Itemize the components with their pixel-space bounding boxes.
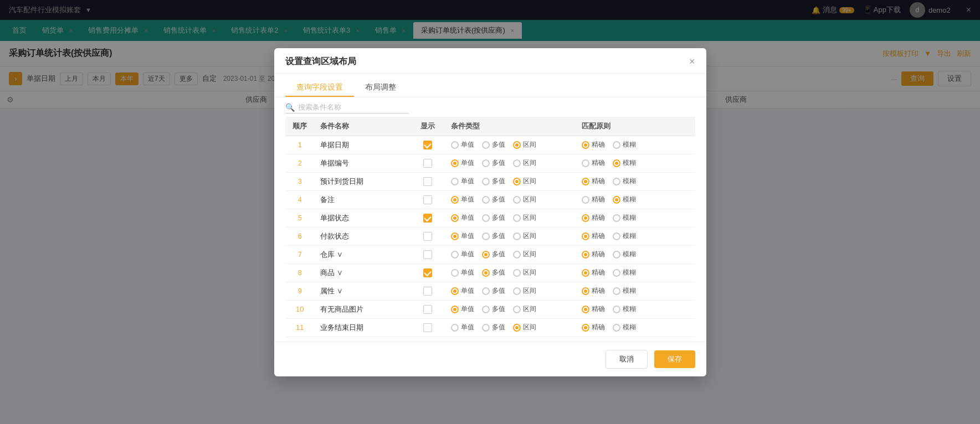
modal-overlay: 设置查询区域布局 × 查询字段设置 布局调整 🔍 顺序	[0, 0, 980, 108]
dialog-header: 设置查询区域布局 ×	[274, 48, 706, 74]
dialog-close-button[interactable]: ×	[689, 56, 695, 66]
dialog-tab-query-fields-label: 查询字段设置	[296, 82, 343, 91]
dialog-tab-query-fields[interactable]: 查询字段设置	[285, 79, 354, 97]
dialog-tab-layout-adjust[interactable]: 布局调整	[354, 79, 407, 97]
dialog-tabs: 查询字段设置 布局调整	[274, 74, 706, 97]
search-icon: 🔍	[285, 103, 295, 109]
settings-dialog: 设置查询区域布局 × 查询字段设置 布局调整 🔍 顺序	[274, 48, 706, 109]
search-input-wrap: 🔍	[285, 103, 409, 109]
search-input[interactable]	[298, 103, 409, 108]
dialog-search-bar: 🔍	[274, 97, 706, 109]
dialog-tab-layout-adjust-label: 布局调整	[365, 82, 396, 91]
dialog-title: 设置查询区域布局	[285, 56, 356, 68]
